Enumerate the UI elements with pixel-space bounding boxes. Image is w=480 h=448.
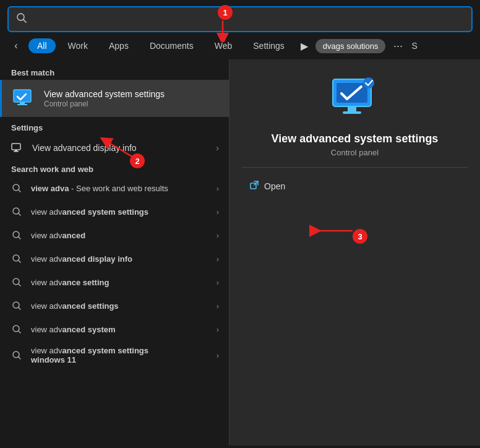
best-match-icon <box>12 86 36 111</box>
sww-text-2: view advanced <box>31 231 209 240</box>
tab-extra: S <box>411 41 417 51</box>
settings-display-item[interactable]: View advanced display info › <box>0 135 229 161</box>
svg-rect-9 <box>15 150 17 151</box>
sww-chevron-0: › <box>216 184 219 193</box>
sww-text-5: view advanced settings <box>31 301 209 311</box>
tab-play-button[interactable]: ▶ <box>297 38 312 53</box>
right-panel-subtitle: Control panel <box>331 148 379 157</box>
svg-rect-6 <box>17 104 27 105</box>
left-panel: Best match View advanced system settings <box>0 59 229 446</box>
sww-item-6[interactable]: view advanced system › <box>0 317 229 341</box>
svg-rect-8 <box>12 144 20 150</box>
display-icon <box>10 140 25 155</box>
filter-tabs: ‹ All Work Apps Documents Web Settings ▶… <box>0 37 480 54</box>
search-work-web-label: Search work and web <box>0 161 229 176</box>
search-web-icon-2 <box>10 228 24 242</box>
best-match-text: View advanced system settings Control pa… <box>44 89 165 108</box>
open-label: Open <box>264 181 285 191</box>
svg-line-14 <box>19 213 21 216</box>
sww-item-7[interactable]: view advanced system settingswindows 11 … <box>0 341 229 369</box>
sww-item-2[interactable]: view advanced › <box>0 223 229 247</box>
settings-label: Settings <box>0 119 229 135</box>
svg-rect-10 <box>14 151 19 152</box>
sww-item-3[interactable]: view advanced display info › <box>0 247 229 270</box>
svg-line-20 <box>19 284 21 286</box>
svg-line-22 <box>19 308 21 310</box>
svg-point-32 <box>363 77 374 88</box>
settings-display-chevron: › <box>216 143 219 153</box>
sww-item-1[interactable]: view advanced system settings › <box>0 200 229 223</box>
tab-work[interactable]: Work <box>59 38 96 53</box>
svg-line-12 <box>19 190 21 192</box>
right-panel: View advanced system settings Control pa… <box>229 59 480 446</box>
svg-rect-31 <box>343 111 361 114</box>
sww-item-5[interactable]: view advanced settings › <box>0 294 229 317</box>
annotation-bubble-1: 1 <box>218 5 233 20</box>
right-panel-icon <box>330 77 380 123</box>
svg-line-26 <box>19 357 21 360</box>
annotation-bubble-3: 3 <box>353 229 367 244</box>
tab-documents[interactable]: Documents <box>141 38 202 53</box>
svg-line-2 <box>24 20 27 23</box>
tab-more-button[interactable]: ··· <box>389 37 406 54</box>
sww-chevron-5: › <box>216 301 219 311</box>
sww-text-0: view adva - See work and web results <box>31 184 209 193</box>
right-panel-title: View advanced system settings <box>272 132 439 145</box>
tab-brand: dvags solutions <box>315 39 386 53</box>
tab-all[interactable]: All <box>28 38 56 53</box>
search-web-icon-4 <box>10 275 24 289</box>
sww-chevron-3: › <box>216 254 219 264</box>
svg-line-18 <box>19 261 21 263</box>
svg-rect-5 <box>20 102 25 104</box>
main-layout: Best match View advanced system settings <box>0 59 480 446</box>
search-web-icon-1 <box>10 205 24 218</box>
svg-line-16 <box>19 237 21 239</box>
svg-line-24 <box>19 331 21 334</box>
sww-chevron-6: › <box>216 325 219 334</box>
search-icon <box>16 12 27 26</box>
sww-item-0[interactable]: view adva - See work and web results › <box>0 176 229 200</box>
search-input[interactable]: view advanced system settings <box>33 14 464 25</box>
tab-web[interactable]: Web <box>206 38 241 53</box>
annotation-bubble-2: 2 <box>130 153 145 168</box>
right-panel-divider <box>242 167 468 168</box>
settings-display-text: View advanced display info <box>32 143 208 153</box>
tab-back-button[interactable]: ‹ <box>7 37 25 54</box>
sww-chevron-2: › <box>216 231 219 240</box>
sww-chevron-4: › <box>216 278 219 287</box>
sww-text-3: view advanced display info <box>31 254 209 264</box>
search-web-icon-3 <box>10 252 24 265</box>
sww-chevron-1: › <box>216 207 219 217</box>
search-web-icon-5 <box>10 299 24 312</box>
sww-text-1: view advanced system settings <box>31 207 209 217</box>
tab-settings[interactable]: Settings <box>244 38 293 53</box>
sww-chevron-7: › <box>216 351 219 360</box>
open-icon <box>249 180 259 192</box>
sww-text-4: view advance setting <box>31 278 209 287</box>
sww-text-7: view advanced system settingswindows 11 <box>31 346 209 364</box>
best-match-item[interactable]: View advanced system settings Control pa… <box>0 80 229 117</box>
search-web-icon-0 <box>10 181 24 195</box>
sww-item-4[interactable]: view advance setting › <box>0 270 229 294</box>
svg-rect-3 <box>14 90 31 102</box>
best-match-title: View advanced system settings <box>44 89 165 99</box>
best-match-subtitle: Control panel <box>44 100 165 108</box>
svg-rect-30 <box>348 106 356 111</box>
search-web-icon-7 <box>10 348 24 362</box>
search-web-icon-6 <box>10 322 24 336</box>
best-match-label: Best match <box>0 64 229 80</box>
sww-text-6: view advanced system <box>31 325 209 334</box>
tab-apps[interactable]: Apps <box>100 38 137 53</box>
search-bar[interactable]: view advanced system settings <box>7 6 473 32</box>
open-button[interactable]: Open <box>242 175 293 197</box>
